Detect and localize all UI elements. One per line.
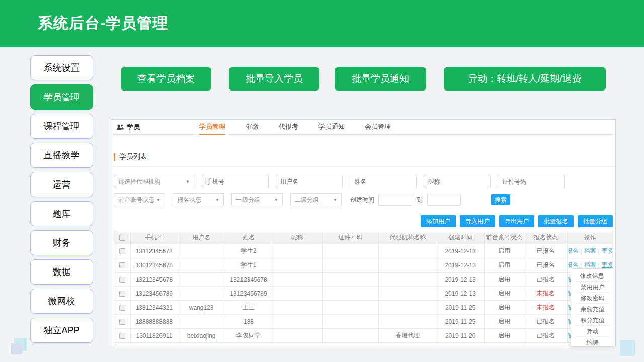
dropdown-item[interactable]: 禁用用户 (575, 281, 610, 292)
filter-select[interactable]: 二级分组▼ (290, 193, 342, 206)
cell-nickname (272, 273, 323, 287)
cell-agency (379, 315, 437, 329)
sidebar-item[interactable]: 题库 (30, 201, 93, 226)
cell-username: wang123 (178, 301, 225, 315)
dropdown-item[interactable]: 修改信息 (571, 270, 613, 281)
top-banner: 系统后台-学员管理 (0, 0, 644, 47)
cell-name: 13212345678 (225, 273, 273, 287)
filter-select[interactable]: 前台账号状态▼ (114, 193, 165, 206)
bulk-button-5[interactable]: 批量分组 (578, 215, 613, 227)
cell-account_status: 启用 (485, 258, 525, 273)
cell-nickname (272, 301, 323, 315)
panel-tabs: 学员管理催缴代报考学员通知会员管理 (199, 120, 411, 135)
column-header: 创建时间 (437, 231, 485, 244)
filter-area: 请选择代理机构▼ 前台账号状态▼报名状态▼一级分组▼二级分组▼创建时间到搜索 (111, 167, 615, 206)
cell-name: 李俊同学 (225, 329, 273, 343)
cell-name: 王三 (225, 301, 273, 315)
row-checkbox[interactable] (119, 277, 125, 283)
row-checkbox[interactable] (119, 319, 125, 325)
filter-input[interactable] (276, 175, 343, 188)
cell-agency (379, 258, 437, 273)
sidebar-item[interactable]: 系统设置 (30, 55, 93, 80)
row-checkbox[interactable] (119, 305, 125, 311)
bulk-button-1[interactable]: 添加用户 (421, 215, 456, 227)
select-all-checkbox[interactable] (119, 235, 125, 241)
sidebar-item[interactable]: 直播教学 (30, 143, 93, 168)
created-from-input[interactable] (378, 194, 412, 206)
column-header: 前台账号状态 (485, 231, 525, 244)
cell-created: 2019-11-25 (437, 301, 485, 315)
cell-nickname (272, 258, 323, 273)
op-link-archive[interactable]: 档案 (584, 247, 596, 255)
cell-username (178, 315, 225, 329)
search-button[interactable]: 搜索 (491, 194, 510, 205)
action-button-row: 查看学员档案批量导入学员批量学员通知异动：转班/转人/延期/退费 (121, 67, 606, 90)
chevron-down-icon: ▼ (186, 179, 190, 184)
tab-item[interactable]: 代报考 (279, 120, 298, 135)
filter-select-value: 二级分组 (295, 196, 319, 204)
row-checkbox-cell (114, 258, 131, 273)
table-row: 13812344321wang123王三2019-11-25启用未报名报名|档案… (114, 301, 613, 315)
filter-input[interactable] (202, 175, 269, 188)
sidebar-item[interactable]: 独立APP (30, 318, 93, 343)
tab-item[interactable]: 学员通知 (318, 120, 345, 135)
action-button-3[interactable]: 批量学员通知 (335, 67, 426, 90)
tab-item[interactable]: 催缴 (246, 120, 259, 135)
sidebar-item[interactable]: 财务 (30, 230, 93, 255)
filter-input[interactable] (498, 175, 565, 188)
decorative-square-lavender (11, 343, 22, 354)
cell-nickname (272, 287, 323, 301)
chevron-down-icon: ▼ (156, 198, 160, 202)
cell-nickname (272, 315, 323, 329)
sidebar-item[interactable]: 课程管理 (30, 114, 93, 139)
sidebar: 系统设置学员管理课程管理直播教学运营题库财务数据微网校独立APP (30, 55, 93, 347)
bulk-button-3[interactable]: 导出用户 (499, 215, 534, 227)
row-checkbox[interactable] (119, 262, 125, 268)
op-link-more[interactable]: 更多 (602, 247, 613, 255)
row-checkbox[interactable] (119, 333, 125, 339)
cell-name: 学生2 (225, 244, 273, 258)
filter-input[interactable] (424, 175, 491, 188)
cell-phone: 13812344321 (131, 301, 178, 315)
row-checkbox[interactable] (119, 291, 125, 297)
sidebar-item[interactable]: 运营 (30, 172, 93, 197)
dropdown-item[interactable]: 修改密码 (575, 292, 610, 303)
to-label: 到 (417, 196, 423, 204)
cell-agency (379, 301, 437, 315)
bulk-button-4[interactable]: 批量报名 (538, 215, 574, 227)
dropdown-item[interactable]: 异动 (575, 325, 610, 336)
action-button-2[interactable]: 批量导入学员 (229, 67, 319, 90)
filter-select[interactable]: 一级分组▼ (231, 193, 283, 206)
filter-row-1: 请选择代理机构▼ (114, 175, 613, 188)
filter-select[interactable]: 报名状态▼ (173, 193, 224, 206)
bulk-button-2[interactable]: 导入用户 (460, 215, 495, 227)
cell-account_status: 启用 (485, 244, 525, 258)
sidebar-item-active[interactable]: 学员管理 (30, 84, 93, 110)
dropdown-item[interactable]: 约课 (575, 336, 610, 347)
sidebar-item[interactable]: 微网校 (30, 289, 93, 314)
sidebar-item[interactable]: 数据 (30, 259, 93, 285)
created-to-input[interactable] (427, 194, 461, 206)
filter-select[interactable]: 请选择代理机构▼ (114, 175, 194, 188)
cell-account_status: 启用 (485, 273, 525, 287)
chevron-down-icon: ▼ (274, 198, 278, 202)
cell-reg_status: 未报名 (524, 287, 568, 301)
dropdown-item[interactable]: 余额充值 (575, 303, 610, 314)
cell-account_status: 启用 (485, 315, 525, 329)
section-title-text: 学员列表 (119, 152, 147, 161)
row-checkbox[interactable] (119, 248, 125, 254)
tab-item[interactable]: 会员管理 (365, 120, 391, 135)
action-button-1[interactable]: 查看学员档案 (121, 67, 211, 90)
action-button-4[interactable]: 异动：转班/转人/延期/退费 (444, 67, 606, 90)
table-row: 13011826911beixiaojing李俊同学香港代理2019-11-20… (114, 329, 613, 343)
tab-active[interactable]: 学员管理 (199, 120, 225, 135)
cell-phone: 13012345678 (131, 258, 178, 273)
cell-id_no (323, 315, 379, 329)
more-actions-dropdown: 修改信息禁用用户修改密码余额充值积分充值异动约课 (571, 268, 613, 347)
filter-input[interactable] (350, 175, 417, 188)
page-title: 系统后台-学员管理 (38, 13, 168, 34)
op-link-register[interactable]: 报名 (568, 247, 578, 255)
column-header: 报名状态 (524, 231, 568, 244)
dropdown-item[interactable]: 积分充值 (575, 314, 610, 325)
cell-username (178, 273, 225, 287)
